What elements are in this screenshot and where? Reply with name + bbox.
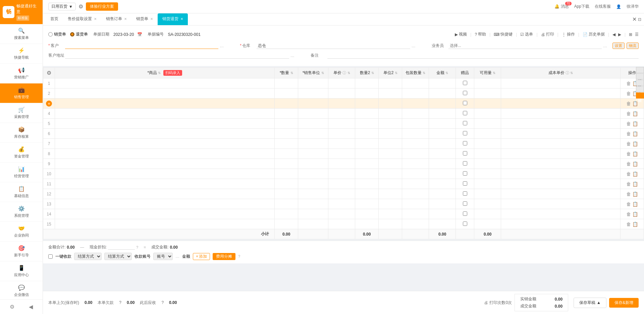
sidebar-item-sales[interactable]: 💼 销售管理 bbox=[0, 83, 43, 103]
delete-row-btn[interactable]: 🗑 bbox=[626, 91, 631, 96]
copy-row-btn[interactable]: 📋 bbox=[632, 151, 638, 156]
copy-row-btn[interactable]: 📋 bbox=[632, 222, 638, 227]
topbar-settings-icon[interactable]: ⚙ bbox=[78, 3, 83, 10]
radio-sales-return[interactable]: 退货单 bbox=[70, 32, 88, 37]
delete-row-btn[interactable]: 🗑 bbox=[626, 131, 631, 136]
scan-btn[interactable]: 扫码录入 bbox=[163, 70, 182, 76]
grid-view-btn[interactable]: ⊞ bbox=[629, 32, 632, 37]
right-panel-btn-3[interactable]: 附件 bbox=[636, 80, 644, 86]
select-btn[interactable]: ☑ 选单 bbox=[520, 32, 533, 37]
copy-row-btn[interactable]: 📋 bbox=[632, 111, 638, 116]
tab-home[interactable]: 首页 bbox=[46, 13, 63, 25]
settings-btn[interactable]: 设置 bbox=[612, 43, 625, 49]
copy-row-btn[interactable]: 📋 bbox=[632, 201, 638, 207]
cost-price-cell-active[interactable] bbox=[501, 99, 621, 109]
delete-row-btn[interactable]: 🗑 bbox=[626, 151, 631, 156]
copy-row-btn[interactable]: 📋 bbox=[632, 211, 638, 217]
maximize-icon[interactable]: ⊡ bbox=[638, 17, 641, 22]
sidebar-item-inventory[interactable]: 📦 库存核算 bbox=[0, 123, 43, 143]
remark-input[interactable] bbox=[327, 52, 639, 59]
tab-close-icon[interactable]: ✕ bbox=[180, 17, 183, 21]
copy-row-btn[interactable]: 📋 bbox=[632, 131, 638, 136]
current-credit-icon[interactable]: ? bbox=[119, 300, 121, 305]
sidebar-item-app-center[interactable]: 📱 应用中心 bbox=[0, 261, 43, 281]
fee-info-icon[interactable]: ? bbox=[238, 254, 240, 258]
trial-btn[interactable]: 体验行业方案 bbox=[86, 2, 118, 11]
close-all-tabs-icon[interactable]: ✕ bbox=[632, 16, 637, 22]
quantity-cell[interactable] bbox=[275, 78, 298, 88]
product-cell-active[interactable] bbox=[55, 99, 275, 109]
sidebar-item-finance[interactable]: 💰 资金管理 bbox=[0, 143, 43, 163]
pack-qty-cell-active[interactable] bbox=[402, 99, 429, 109]
fee-split-btn[interactable]: 费用分摊 bbox=[213, 253, 235, 260]
tab-price-setting[interactable]: 售价提取设置 ✕ bbox=[63, 13, 101, 25]
sales-unit-cell[interactable] bbox=[298, 88, 328, 99]
copy-row-btn[interactable]: 📋 bbox=[632, 141, 638, 146]
sort-icon[interactable]: ⇅ bbox=[423, 71, 425, 75]
address-dots-btn[interactable]: … bbox=[290, 53, 294, 58]
customer-input[interactable] bbox=[65, 43, 218, 49]
amount-cell[interactable] bbox=[429, 78, 456, 88]
cost-price-cell[interactable] bbox=[501, 78, 621, 88]
sales-unit-cell-active[interactable] bbox=[298, 99, 328, 109]
salesperson-dots-btn[interactable]: … bbox=[603, 44, 607, 48]
video-btn[interactable]: ▶ 视频 bbox=[455, 32, 467, 37]
add-row-btn[interactable]: + bbox=[46, 101, 52, 107]
print-btn[interactable]: 🖨 打印 bbox=[541, 32, 554, 37]
delete-row-btn[interactable]: 🗑 bbox=[626, 201, 631, 207]
collapse-icon[interactable]: ◀ bbox=[28, 302, 34, 311]
delete-row-btn[interactable]: 🗑 bbox=[626, 161, 631, 167]
product-cell[interactable] bbox=[55, 88, 275, 99]
radio-sales-delivery[interactable]: 销货单 bbox=[48, 32, 66, 37]
save-new-btn[interactable]: 保存&新增 bbox=[609, 298, 639, 308]
quantity2-cell[interactable] bbox=[355, 78, 379, 88]
account-dots[interactable]: … bbox=[175, 254, 179, 259]
help-btn[interactable]: ? 帮助 bbox=[475, 32, 486, 37]
tab-sales-order[interactable]: 销售订单 ✕ bbox=[101, 13, 131, 25]
right-panel-btn-1[interactable]: 消息 bbox=[636, 67, 644, 73]
address-input[interactable] bbox=[65, 52, 289, 59]
sort-icon[interactable]: ⇅ bbox=[290, 71, 293, 75]
tab-sales-return[interactable]: 销货退货 ✕ bbox=[158, 13, 188, 25]
delete-row-btn[interactable]: 🗑 bbox=[626, 81, 631, 86]
sort-icon[interactable]: ⇅ bbox=[158, 71, 161, 75]
discount-info-icon[interactable]: ? bbox=[136, 245, 138, 249]
gift-cell-active[interactable] bbox=[456, 99, 474, 109]
right-panel-btn-4[interactable]: 收藏 bbox=[636, 86, 644, 92]
warehouse-dots-btn[interactable]: … bbox=[412, 44, 416, 48]
sort-icon[interactable]: ⇅ bbox=[347, 71, 350, 75]
gift-cell[interactable] bbox=[456, 78, 474, 88]
warehouse-input[interactable] bbox=[257, 43, 410, 49]
one-click-payment-checkbox[interactable] bbox=[48, 254, 53, 259]
app-download-link[interactable]: App下载 bbox=[574, 4, 589, 9]
cost-price-cell[interactable] bbox=[501, 88, 621, 99]
unit2-cell[interactable] bbox=[379, 78, 402, 88]
delete-row-btn[interactable]: 🗑 bbox=[626, 181, 631, 187]
delete-row-btn[interactable]: 🗑 bbox=[626, 171, 631, 177]
delete-row-btn[interactable]: 🗑 bbox=[626, 121, 631, 126]
quantity2-cell[interactable] bbox=[355, 88, 379, 99]
sort-icon[interactable]: ⇅ bbox=[395, 71, 397, 75]
sort-icon[interactable]: ⇅ bbox=[570, 71, 573, 75]
delete-row-btn[interactable]: 🗑 bbox=[626, 141, 631, 146]
available-cell[interactable] bbox=[474, 78, 501, 88]
amount-cell[interactable] bbox=[429, 88, 456, 99]
sort-icon[interactable]: ⇅ bbox=[321, 71, 324, 75]
right-panel-btn-2[interactable]: 模板 bbox=[636, 73, 644, 79]
copy-row-btn[interactable]: 📋 bbox=[632, 181, 638, 187]
add-payment-btn[interactable]: + 添加 bbox=[193, 253, 210, 260]
column-settings-icon[interactable]: ⚙ bbox=[47, 70, 51, 76]
calendar-icon[interactable]: 📅 bbox=[137, 32, 142, 37]
quantity-cell-active[interactable] bbox=[275, 99, 298, 109]
tab-sales-delivery[interactable]: 销货单 ✕ bbox=[131, 13, 158, 25]
copy-row-btn[interactable]: 📋 bbox=[632, 121, 638, 126]
product-input-active[interactable] bbox=[58, 101, 272, 106]
should-receive-icon[interactable]: ? bbox=[161, 300, 164, 305]
delete-row-btn[interactable]: 🗑 bbox=[626, 191, 631, 197]
pack-qty-cell[interactable] bbox=[402, 88, 429, 99]
sidebar-item-guide[interactable]: 🎯 新手引导 bbox=[0, 242, 43, 261]
account-select[interactable]: 账号 bbox=[153, 253, 173, 260]
sidebar-item-system[interactable]: ⚙️ 系统管理 bbox=[0, 202, 43, 222]
settle-method-select[interactable]: 结算方式 bbox=[74, 253, 102, 260]
quantity-cell[interactable] bbox=[275, 88, 298, 99]
